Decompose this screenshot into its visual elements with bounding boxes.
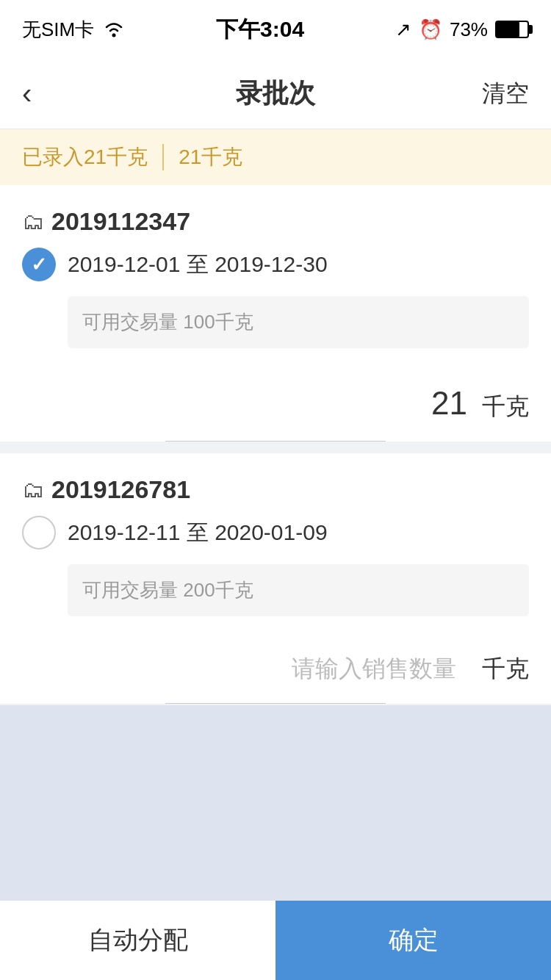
auto-distribute-button[interactable]: 自动分配 <box>0 901 276 980</box>
status-left: 无SIM卡 <box>22 17 125 43</box>
alarm-icon: ⏰ <box>419 18 442 41</box>
batch2-input-row: 千克 <box>0 638 551 703</box>
batch1-radio[interactable] <box>22 248 56 281</box>
page-title: 录批次 <box>236 76 315 112</box>
batch1-unit: 千克 <box>482 391 529 423</box>
nav-bar: ‹ 录批次 清空 <box>0 59 551 129</box>
svg-point-0 <box>112 34 116 37</box>
status-bar: 无SIM卡 下午3:04 ↗ ⏰ 73% <box>0 0 551 59</box>
batch1-date: 2019-12-01 至 2019-12-30 <box>68 250 328 280</box>
batch2-divider <box>165 703 386 704</box>
info-divider <box>162 144 164 170</box>
batch2-available: 可用交易量 200千克 <box>68 564 529 616</box>
batch-card-2: 🗂 2019126781 2019-12-11 至 2020-01-09 可用交… <box>0 453 551 704</box>
batch2-radio[interactable] <box>22 516 56 550</box>
batch2-unit: 千克 <box>482 653 529 685</box>
back-button[interactable]: ‹ <box>22 77 81 110</box>
batch1-header: 🗂 2019112347 <box>22 207 529 236</box>
confirm-button[interactable]: 确定 <box>276 901 551 980</box>
batch-card-1: 🗂 2019112347 2019-12-01 至 2019-12-30 可用交… <box>0 185 551 442</box>
battery-icon <box>495 21 529 38</box>
batch1-amount-row: 21 千克 <box>0 370 551 441</box>
batch1-number: 2019112347 <box>51 207 190 236</box>
batch2-header: 🗂 2019126781 <box>22 475 529 504</box>
battery-percent: 73% <box>450 18 488 41</box>
wifi-icon <box>103 21 125 37</box>
batch1-divider <box>165 441 386 442</box>
batch2-icon: 🗂 <box>22 478 44 502</box>
clear-button[interactable]: 清空 <box>470 78 529 110</box>
batch2-date: 2019-12-11 至 2020-01-09 <box>68 518 328 548</box>
location-icon: ↗ <box>395 18 411 41</box>
status-right: ↗ ⏰ 73% <box>395 18 529 41</box>
info-banner: 已录入21千克 21千克 <box>0 129 551 185</box>
batch1-available: 可用交易量 100千克 <box>68 296 529 348</box>
batch1-icon: 🗂 <box>22 209 44 234</box>
bottom-bar: 自动分配 确定 <box>0 901 551 980</box>
batch2-date-row[interactable]: 2019-12-11 至 2020-01-09 <box>22 516 529 550</box>
batch1-date-row[interactable]: 2019-12-01 至 2019-12-30 <box>22 248 529 281</box>
batch2-number: 2019126781 <box>51 475 190 504</box>
batch1-amount: 21 <box>431 385 467 422</box>
status-time: 下午3:04 <box>216 15 304 45</box>
info-label: 已录入21千克 <box>22 143 148 171</box>
carrier-text: 无SIM卡 <box>22 17 94 43</box>
info-value: 21千克 <box>179 143 242 171</box>
batch2-qty-input[interactable] <box>247 655 467 682</box>
